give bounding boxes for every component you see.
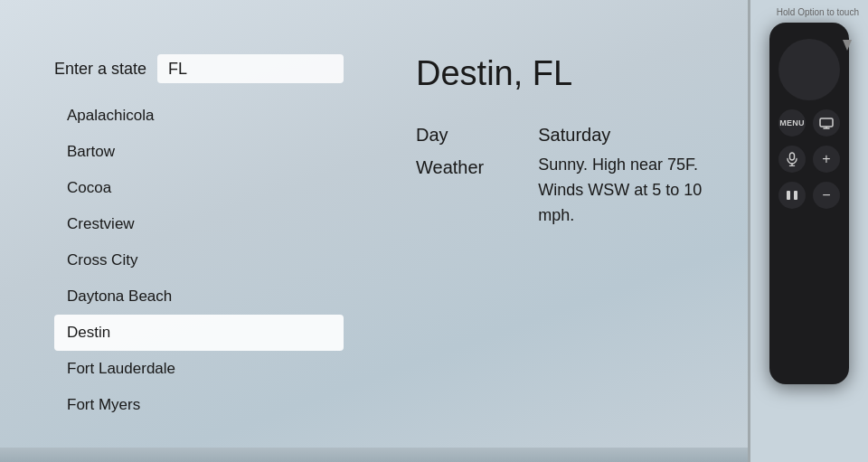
- city-item[interactable]: Cross City: [54, 242, 344, 278]
- mic-plus-row: +: [778, 146, 840, 173]
- volume-down-button[interactable]: −: [813, 182, 840, 209]
- menu-tv-row: MENU: [778, 109, 840, 137]
- city-item[interactable]: Bartow: [54, 134, 344, 170]
- mic-button[interactable]: [778, 146, 806, 173]
- city-title: Destin, FL: [416, 54, 712, 93]
- city-list-panel: Enter a state FL ApalachicolaBartowCocoa…: [54, 54, 344, 423]
- state-input[interactable]: FL: [157, 54, 344, 83]
- city-item[interactable]: Daytona Beach: [54, 278, 344, 315]
- menu-button[interactable]: MENU: [778, 109, 806, 137]
- city-item[interactable]: Apalachicola: [54, 98, 344, 134]
- play-pause-button[interactable]: [778, 182, 806, 209]
- hold-option-label: Hold Option to touch: [750, 0, 868, 17]
- city-list: ApalachicolaBartowCocoaCrestviewCross Ci…: [54, 98, 344, 423]
- svg-rect-6: [787, 191, 790, 200]
- day-value: Saturday: [538, 120, 712, 149]
- svg-rect-0: [820, 118, 833, 127]
- svg-rect-3: [790, 153, 795, 160]
- day-label: Day: [416, 120, 484, 149]
- play-minus-row: −: [778, 182, 840, 209]
- weather-values: Saturday Sunny. High near 75F. Winds WSW…: [538, 120, 712, 229]
- remote-panel: Hold Option to touch MENU: [750, 0, 868, 462]
- weather-detail-panel: Destin, FL Day Weather Saturday Sunny. H…: [344, 54, 712, 229]
- weather-labels: Day Weather: [416, 120, 484, 229]
- tv-bottom-bar: [0, 448, 748, 462]
- state-label: Enter a state: [54, 60, 146, 79]
- city-item[interactable]: Destin: [54, 315, 344, 351]
- tv-button[interactable]: [813, 109, 840, 137]
- city-item[interactable]: Fort Lauderdale: [54, 351, 344, 387]
- weather-row: Day Weather Saturday Sunny. High near 75…: [416, 120, 712, 229]
- state-input-row: Enter a state FL: [54, 54, 344, 83]
- city-item[interactable]: Cocoa: [54, 170, 344, 206]
- city-item[interactable]: Fort Myers: [54, 387, 344, 423]
- svg-rect-7: [794, 191, 797, 200]
- remote-touchpad[interactable]: [778, 39, 840, 100]
- city-item[interactable]: Crestview: [54, 206, 344, 242]
- weather-description: Sunny. High near 75F. Winds WSW at 5 to …: [538, 153, 712, 229]
- volume-up-button[interactable]: +: [813, 146, 840, 173]
- weather-label: Weather: [416, 153, 484, 182]
- cursor-arrow: [843, 40, 852, 52]
- remote-body: MENU +: [769, 23, 849, 384]
- tv-screen: Enter a state FL ApalachicolaBartowCocoa…: [0, 0, 750, 462]
